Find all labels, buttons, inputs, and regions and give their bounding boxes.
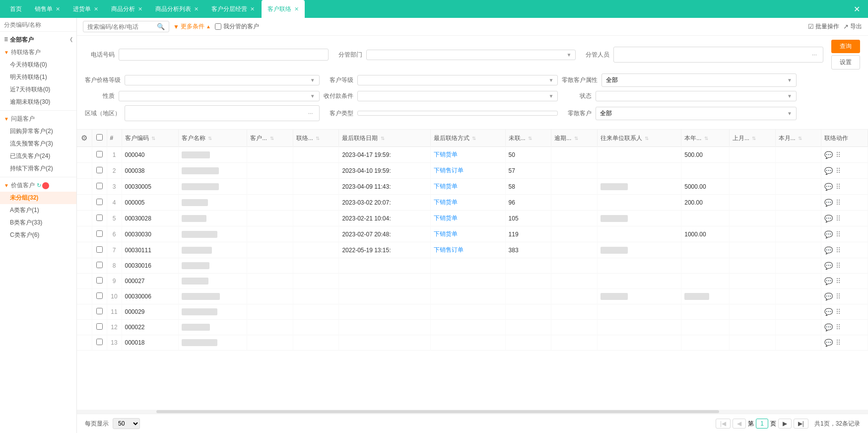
col-checkbox[interactable] [92, 130, 107, 147]
cell-checkbox[interactable] [92, 258, 107, 274]
col-customer-code[interactable]: 客户编码 ⇅ [122, 130, 178, 147]
more-icon[interactable]: ⠿ [836, 277, 841, 285]
cell-last-method[interactable]: 下销货单 [430, 226, 505, 242]
cell-checkbox[interactable] [92, 163, 107, 179]
chat-icon[interactable]: 💬 [824, 183, 833, 191]
sidebar-item-classA[interactable]: A类客户(1) [0, 204, 76, 216]
chat-icon[interactable]: 💬 [824, 199, 833, 207]
per-page-select[interactable]: 50 100 200 [113, 418, 140, 429]
more-icon[interactable]: ⠿ [836, 292, 841, 300]
cell-checkbox[interactable] [92, 226, 107, 242]
pending-section-header[interactable]: ▼ 待联络客户 [0, 46, 76, 59]
close-sales-icon[interactable]: ✕ [56, 6, 60, 12]
payment-select[interactable]: ▼ [357, 91, 558, 101]
close-customer-contact-icon[interactable]: ✕ [294, 6, 299, 12]
sidebar-item-classC[interactable]: C类客户(6) [0, 229, 76, 241]
chat-icon[interactable]: 💬 [824, 323, 833, 331]
more-icon[interactable]: ⠿ [836, 230, 841, 238]
col-customer-type[interactable]: 客户... ⇅ [247, 130, 293, 147]
chat-icon[interactable]: 💬 [824, 308, 833, 316]
reset-button[interactable]: 设置 [831, 55, 860, 70]
window-close-button[interactable]: ✕ [850, 4, 864, 14]
next-page-button[interactable]: ▶ [778, 419, 792, 429]
sidebar-item-unclassified[interactable]: 未分组(32) [0, 192, 76, 204]
nav-customer-segment[interactable]: 客户分层经营 ✕ [205, 0, 261, 18]
sidebar-item-today[interactable]: 今天待联络(0) [0, 59, 76, 71]
prev-page-button[interactable]: ◀ [733, 419, 746, 429]
gear-icon[interactable]: ⚙ [81, 134, 87, 142]
horizontal-scrollbar[interactable] [77, 410, 868, 414]
nav-purchase[interactable]: 进货单 ✕ [67, 0, 104, 18]
nav-product-list[interactable]: 商品分析列表 ✕ [149, 0, 204, 18]
cell-checkbox[interactable] [92, 147, 107, 163]
dept-select[interactable]: ▼ [366, 50, 576, 60]
sidebar-search-input[interactable] [4, 21, 77, 28]
chat-icon[interactable]: 💬 [824, 277, 833, 285]
cell-last-method[interactable]: 下销售订单 [430, 242, 505, 258]
more-icon[interactable]: ⠿ [836, 308, 841, 316]
sidebar-item-abnormal[interactable]: 回购异常客户(2) [0, 125, 76, 138]
close-purchase-icon[interactable]: ✕ [94, 6, 98, 12]
scrollbar-thumb[interactable] [156, 410, 719, 413]
col-no-contact[interactable]: 未联... ⇅ [505, 130, 551, 147]
main-search-input[interactable] [87, 23, 157, 30]
more-icon[interactable]: ⠿ [836, 323, 841, 331]
more-icon[interactable]: ⠿ [836, 151, 841, 159]
col-last-method[interactable]: 最后联络方式 ⇅ [430, 130, 505, 147]
cell-checkbox[interactable] [92, 242, 107, 258]
cell-last-method[interactable]: 下销售订单 [430, 163, 505, 179]
refresh-icon[interactable]: ↻ [37, 182, 41, 189]
cell-checkbox[interactable] [92, 289, 107, 304]
more-icon[interactable]: ⠿ [836, 339, 841, 347]
customer-level-select[interactable]: ▼ [357, 75, 558, 85]
col-counterpart[interactable]: 往来单位联系人 ⇅ [597, 130, 681, 147]
first-page-button[interactable]: |◀ [716, 419, 731, 429]
cell-last-method[interactable]: 下销货单 [430, 211, 505, 226]
scatter-customer-select[interactable]: 全部 ▼ [596, 107, 797, 120]
close-customer-segment-icon[interactable]: ✕ [250, 6, 255, 12]
col-contact[interactable]: 联络... ⇅ [293, 130, 339, 147]
main-search-icon[interactable]: 🔍 [157, 23, 165, 30]
problem-section-header[interactable]: ▼ 问题客户 [0, 113, 76, 125]
close-product-list-icon[interactable]: ✕ [194, 6, 199, 12]
sidebar-item-lost[interactable]: 已流失客户(24) [0, 150, 76, 162]
sidebar-item-7days[interactable]: 近7天待联络(0) [0, 83, 76, 96]
nav-customer-contact[interactable]: 客户联络 ✕ [262, 0, 305, 18]
col-overdue[interactable]: 逾期... ⇅ [551, 130, 598, 147]
customer-type-select[interactable] [357, 111, 558, 116]
nature-select[interactable]: ▼ [119, 91, 320, 101]
cell-checkbox[interactable] [92, 179, 107, 195]
col-last-month[interactable]: 上月... ⇅ [729, 130, 775, 147]
sidebar-item-overdue[interactable]: 逾期未联络(30) [0, 96, 76, 108]
query-button[interactable]: 查询 [831, 40, 860, 53]
cell-checkbox[interactable] [92, 304, 107, 320]
scatter-attr-select[interactable]: 全部 ▼ [601, 73, 797, 87]
cell-checkbox[interactable] [92, 211, 107, 226]
close-product-analysis-icon[interactable]: ✕ [138, 6, 142, 12]
chat-icon[interactable]: 💬 [824, 339, 833, 347]
more-icon[interactable]: ⠿ [836, 246, 841, 254]
chat-icon[interactable]: 💬 [824, 246, 833, 254]
batch-operation-button[interactable]: ☑ 批量操作 [808, 22, 839, 31]
last-page-button[interactable]: ▶| [794, 419, 808, 429]
sidebar-item-churn-risk[interactable]: 流失预警客户(3) [0, 138, 76, 150]
cell-checkbox[interactable] [92, 320, 107, 335]
cell-last-method[interactable]: 下销货单 [430, 179, 505, 195]
phone-input[interactable] [119, 49, 329, 61]
person-select[interactable]: ··· [613, 47, 823, 63]
more-conditions-button[interactable]: ▼ 更多条件 ▲ [173, 22, 211, 31]
more-icon[interactable]: ⠿ [836, 183, 841, 191]
chat-icon[interactable]: 💬 [824, 262, 833, 270]
status-select[interactable]: ▼ [596, 91, 797, 101]
chat-icon[interactable]: 💬 [824, 292, 833, 300]
chat-icon[interactable]: 💬 [824, 167, 833, 175]
nav-home[interactable]: 首页 [4, 0, 28, 18]
more-icon[interactable]: ⠿ [836, 215, 841, 222]
col-last-date[interactable]: 最后联络日期 ⇅ [339, 130, 430, 147]
more-icon[interactable]: ⠿ [836, 199, 841, 207]
chat-icon[interactable]: 💬 [824, 230, 833, 238]
region-select[interactable]: ··· [125, 105, 320, 121]
sidebar-item-declining[interactable]: 持续下滑客户(2) [0, 162, 76, 175]
cell-last-method[interactable]: 下销货单 [430, 147, 505, 163]
nav-sales[interactable]: 销售单 ✕ [29, 0, 66, 18]
